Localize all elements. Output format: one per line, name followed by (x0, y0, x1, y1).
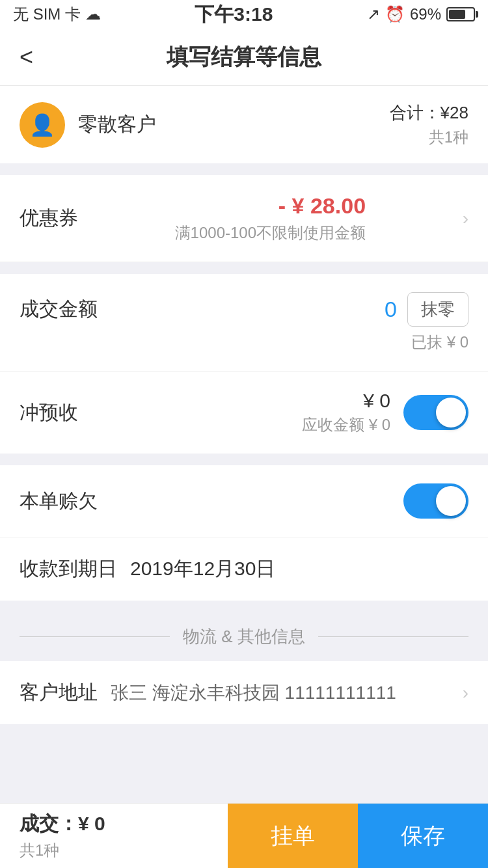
advance-values: ¥ 0 应收金额 ¥ 0 (302, 390, 390, 435)
discount-right: - ¥ 28.00 满1000-100不限制使用金额 (175, 193, 366, 243)
deal-amount-label: 成交金额 (20, 296, 98, 323)
location-icon: ↗ (367, 5, 380, 23)
deal-section: 成交金额 0 抹零 已抹 ¥ 0 冲预收 ¥ 0 应收金额 ¥ 0 (0, 274, 488, 454)
round-zero-button[interactable]: 抹零 (407, 292, 468, 327)
nav-bar: < 填写结算等信息 (0, 29, 488, 86)
content-area: 👤 零散客户 合计：¥28 共1种 优惠券 - ¥ 28.00 满1000-10… (0, 86, 488, 801)
debt-toggle-knob (436, 486, 466, 516)
deal-amount-row: 成交金额 0 抹零 已抹 ¥ 0 (0, 274, 488, 372)
discount-label: 优惠券 (20, 205, 78, 232)
deal-input-area: 0 抹零 (371, 292, 468, 327)
hold-button[interactable]: 挂单 (228, 804, 358, 868)
alarm-icon: ⏰ (385, 5, 405, 23)
advance-amount: ¥ 0 (302, 390, 390, 412)
advance-row: 冲预收 ¥ 0 应收金额 ¥ 0 (0, 372, 488, 454)
total-count: 共1种 (390, 127, 468, 148)
due-date-row: 收款到期日 2019年12月30日 (0, 537, 488, 601)
status-right: ↗ ⏰ 69% (367, 5, 475, 23)
battery-icon (446, 7, 475, 21)
advance-toggle[interactable] (403, 395, 468, 430)
due-date-label: 收款到期日 (20, 556, 117, 582)
save-button[interactable]: 保存 (358, 804, 488, 868)
status-bar: 无 SIM 卡 ☁ 下午3:18 ↗ ⏰ 69% (0, 0, 488, 29)
address-label: 客户地址 (20, 679, 98, 706)
bottom-deal-label: 成交：¥ 0 (20, 811, 208, 837)
logistics-header: 物流 & 其他信息 (0, 612, 488, 661)
bottom-bar: 成交：¥ 0 共1种 挂单 保存 (0, 803, 488, 868)
status-left: 无 SIM 卡 ☁ (13, 4, 101, 25)
deal-bottom: 已抹 ¥ 0 (20, 332, 468, 353)
discount-row[interactable]: 优惠券 - ¥ 28.00 满1000-100不限制使用金额 › (0, 175, 488, 262)
back-button[interactable]: < (20, 44, 33, 71)
debt-toggle[interactable] (403, 483, 468, 519)
customer-left: 👤 零散客户 (20, 102, 156, 148)
bottom-deal-text: 成交： (20, 813, 78, 834)
discount-section: 优惠券 - ¥ 28.00 满1000-100不限制使用金额 › (0, 175, 488, 262)
due-date-value[interactable]: 2019年12月30日 (130, 556, 275, 582)
address-chevron-icon: › (463, 683, 468, 703)
deal-top: 成交金额 0 抹零 (20, 292, 468, 327)
chevron-right-icon: › (463, 208, 468, 229)
bottom-deal-value: ¥ 0 (78, 813, 105, 834)
toggle-knob (436, 398, 466, 427)
page-title: 填写结算等信息 (167, 42, 321, 72)
address-left: 客户地址 张三 海淀永丰科技园 11111111111 (20, 679, 396, 706)
discount-amount: - ¥ 28.00 (175, 193, 366, 219)
status-time: 下午3:18 (195, 1, 273, 28)
logistics-line-left (20, 636, 170, 637)
address-value: 张三 海淀永丰科技园 11111111111 (111, 681, 396, 705)
battery-label: 69% (410, 5, 441, 23)
debt-row: 本单赊欠 (0, 465, 488, 537)
total-amount: 合计：¥28 (390, 102, 468, 124)
logistics-line-right (318, 636, 468, 637)
sim-label: 无 SIM 卡 ☁ (13, 4, 101, 25)
debt-label: 本单赊欠 (20, 488, 98, 515)
address-row[interactable]: 客户地址 张三 海淀永丰科技园 11111111111 › (0, 661, 488, 724)
address-section: 客户地址 张三 海淀永丰科技园 11111111111 › (0, 661, 488, 724)
advance-right: ¥ 0 应收金额 ¥ 0 (302, 390, 468, 435)
customer-name: 零散客户 (78, 111, 156, 138)
customer-right: 合计：¥28 共1种 (390, 102, 468, 148)
deal-amount-value[interactable]: 0 (371, 297, 397, 322)
discount-desc: 满1000-100不限制使用金额 (175, 223, 366, 243)
advance-label: 冲预收 (20, 400, 78, 426)
avatar: 👤 (20, 102, 65, 148)
bottom-info: 成交：¥ 0 共1种 (0, 804, 228, 868)
advance-sub: 应收金额 ¥ 0 (302, 414, 390, 435)
bottom-count: 共1种 (20, 840, 208, 861)
debt-section: 本单赊欠 收款到期日 2019年12月30日 (0, 465, 488, 601)
logistics-text: 物流 & 其他信息 (183, 625, 305, 648)
customer-row: 👤 零散客户 合计：¥28 共1种 (0, 86, 488, 163)
